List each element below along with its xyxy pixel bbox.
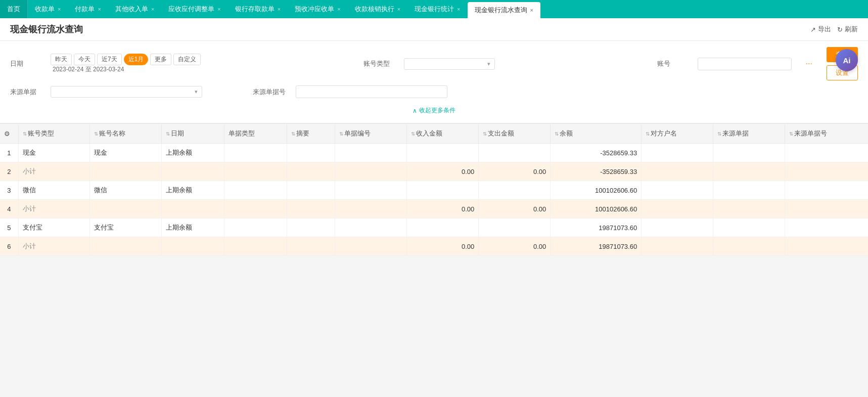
account-type-label: 账号类型 [363,59,394,68]
col-source-doc[interactable]: ⇅来源单据 [713,124,785,144]
cell-expense: 0.00 [479,162,551,181]
cell-doc-type [224,181,287,200]
close-tab-icon[interactable]: × [98,6,101,12]
col-account-type[interactable]: ⇅账号类型 [18,124,90,144]
col-counterpart[interactable]: ⇅对方户名 [642,124,713,144]
cell-counterpart [642,237,713,256]
date-btn-昨天[interactable]: 昨天 [51,54,72,65]
cell-counterpart [642,162,713,181]
source-doc-select[interactable]: ▾ [51,86,202,98]
gear-icon: ⚙ [4,130,10,138]
cell-source-doc-no [785,181,868,200]
cell-source-doc [713,237,785,256]
ai-badge[interactable]: Ai [836,49,858,71]
account-input[interactable] [698,58,792,70]
col-doc-no[interactable]: ⇅单据编号 [335,124,407,144]
date-btn-近7天[interactable]: 近7天 [97,54,122,65]
cell-account-name: 微信 [90,181,162,200]
refresh-button[interactable]: ↻ 刷新 [837,25,858,34]
cell-doc-type [224,218,287,237]
cell-expense: 0.00 [479,237,551,256]
cell-balance: 19871073.60 [551,237,642,256]
cell-doc-type [224,162,287,181]
col-income[interactable]: ⇅收入金额 [407,124,479,144]
close-tab-icon[interactable]: × [397,6,400,12]
nav-tab-现金银行流水查询[interactable]: 现金银行流水查询× [468,2,540,18]
cell-income: 0.00 [407,237,479,256]
export-button[interactable]: ↗ 导出 [810,25,831,34]
close-tab-icon[interactable]: × [457,6,460,12]
col-source-doc-no[interactable]: ⇅来源单据号 [785,124,868,144]
cell-account-name [90,237,162,256]
close-tab-icon[interactable]: × [530,7,533,13]
cell-date: 上期余额 [162,218,224,237]
date-btn-更多[interactable]: 更多 [150,54,171,65]
cell-counterpart [642,218,713,237]
nav-tab-收款核销执行[interactable]: 收款核销执行× [348,0,407,18]
cell-account-name [90,200,162,218]
nav-tab-银行存取款单[interactable]: 银行存取款单× [228,0,288,18]
close-tab-icon[interactable]: × [278,6,281,12]
cell-expense: 0.00 [479,200,551,218]
cell-account-type: 现金 [18,144,90,162]
top-nav: 首页 收款单×付款单×其他收入单×应收应付调整单×银行存取款单×预收冲应收单×收… [0,0,868,18]
data-table: ⚙ ⇅账号类型 ⇅账号名称 ⇅日期 单据类型 ⇅摘要 ⇅单据编号 ⇅收入金额 ⇅… [0,123,868,256]
cell-summary [287,162,335,181]
cell-account-name [90,162,162,181]
nav-tab-付款单[interactable]: 付款单× [68,0,108,18]
date-btn-自定义[interactable]: 自定义 [173,54,201,65]
cell-doc-no [335,218,407,237]
account-type-select[interactable]: ▾ [404,58,495,70]
nav-home[interactable]: 首页 [0,0,28,18]
table-row: 1 现金 现金 上期余额 -3528659.33 [0,144,868,162]
cell-account-type: 小计 [18,200,90,218]
col-expense[interactable]: ⇅支出金额 [479,124,551,144]
more-options-button[interactable]: ··· [802,59,816,68]
date-btn-近1月[interactable]: 近1月 [124,54,149,65]
cell-doc-type [224,144,287,162]
nav-tab-其他收入单[interactable]: 其他收入单× [108,0,161,18]
nav-tab-预收冲应收单[interactable]: 预收冲应收单× [288,0,347,18]
export-icon: ↗ [810,26,816,33]
nav-tab-现金银行统计[interactable]: 现金银行统计× [407,0,467,18]
close-tab-icon[interactable]: × [337,6,340,12]
row-number: 4 [0,200,18,218]
col-settings[interactable]: ⚙ [0,124,18,144]
close-tab-icon[interactable]: × [151,6,154,12]
refresh-icon: ↻ [837,26,843,33]
close-tab-icon[interactable]: × [58,6,61,12]
account-type-arrow-icon: ▾ [487,61,490,67]
date-buttons: 昨天今天近7天近1月更多自定义 [51,54,201,65]
close-tab-icon[interactable]: × [217,6,220,12]
cell-counterpart [642,144,713,162]
date-range: 2023-02-24 至 2023-03-24 [53,65,201,74]
collapse-label: 收起更多条件 [419,106,455,115]
cell-doc-no [335,162,407,181]
col-date[interactable]: ⇅日期 [162,124,224,144]
collapse-up-icon: ∧ [413,107,417,114]
cell-counterpart [642,181,713,200]
row-number: 5 [0,218,18,237]
col-account-name[interactable]: ⇅账号名称 [90,124,162,144]
cell-summary [287,200,335,218]
page-title: 现金银行流水查询 [10,23,83,35]
date-btn-今天[interactable]: 今天 [74,54,95,65]
nav-tab-应收应付调整单[interactable]: 应收应付调整单× [161,0,227,18]
filter-row-1: 日期 昨天今天近7天近1月更多自定义 2023-02-24 至 2023-03-… [10,47,858,80]
cell-date [162,200,224,218]
home-label: 首页 [7,5,20,14]
collapse-bar[interactable]: ∧ 收起更多条件 [10,103,858,117]
source-doc-no-input[interactable] [296,85,447,98]
cell-source-doc-no [785,200,868,218]
filter-row-2: 来源单据 ▾ 来源单据号 [10,85,858,98]
cell-source-doc [713,162,785,181]
col-summary[interactable]: ⇅摘要 [287,124,335,144]
cell-income [407,181,479,200]
table-row: 4 小计 0.00 0.00 100102606.60 [0,200,868,218]
nav-tab-收款单[interactable]: 收款单× [28,0,68,18]
cell-source-doc-no [785,162,868,181]
cell-account-type: 小计 [18,237,90,256]
header-actions: ↗ 导出 ↻ 刷新 [810,25,858,34]
cell-source-doc [713,200,785,218]
col-balance[interactable]: ⇅余额 [551,124,642,144]
